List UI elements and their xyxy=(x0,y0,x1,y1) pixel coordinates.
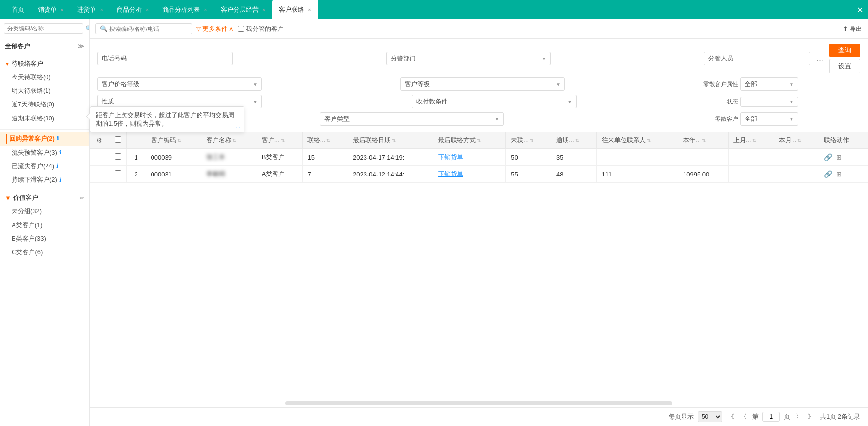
sidebar-item-repurchase-anomaly[interactable]: 回购异常客户(2) ℹ xyxy=(0,132,89,146)
row1-code[interactable]: 000039 xyxy=(146,149,201,166)
close-sales-order[interactable]: × xyxy=(61,0,63,19)
my-customers-checkbox[interactable] xyxy=(238,26,244,32)
value-customer-arrow: ▼ xyxy=(5,194,11,202)
close-customer-tier[interactable]: × xyxy=(262,0,265,19)
last-page-btn[interactable]: 》 xyxy=(806,411,816,422)
search-wrap: 🔍 xyxy=(95,23,192,34)
nav-purchase-order[interactable]: 进货单 × xyxy=(70,0,109,19)
horizontal-scrollbar[interactable] xyxy=(285,401,672,405)
col-type-header[interactable]: 客户...⇅ xyxy=(257,132,303,149)
col-name-header[interactable]: 客户名称⇅ xyxy=(201,132,257,149)
dept-field[interactable]: 分管部门 ▼ xyxy=(386,52,551,65)
close-customer-contact[interactable]: × xyxy=(308,0,311,19)
retail-customer-field[interactable]: 全部 ▼ xyxy=(740,112,798,126)
row1-action-grid-icon[interactable]: ⊞ xyxy=(836,153,842,161)
row1-last-method[interactable]: 下销货单 xyxy=(433,149,505,166)
staff-dots-btn[interactable]: ... xyxy=(814,54,825,64)
sidebar-item-class-b[interactable]: B类客户(33) xyxy=(0,232,89,246)
info-icon-repurchase[interactable]: ℹ xyxy=(57,135,59,142)
col-this-month-header[interactable]: 本月...⇅ xyxy=(774,132,819,149)
customer-type-field[interactable]: 客户类型 ▼ xyxy=(320,112,504,126)
sidebar-item-tomorrow[interactable]: 明天待联络(1) xyxy=(0,84,89,98)
row1-checkbox[interactable] xyxy=(109,149,126,166)
row2-checkbox[interactable] xyxy=(109,166,126,183)
sidebar-item-7days[interactable]: 近7天待联络(0) xyxy=(0,98,89,111)
sidebar-all-customers-label: 全部客户 xyxy=(5,42,30,51)
sidebar-search-input[interactable] xyxy=(4,23,83,34)
value-customer-edit[interactable]: ✏ xyxy=(80,195,84,201)
nav-product-analysis-list[interactable]: 商品分析列表 × xyxy=(155,0,213,19)
col-last-date-header[interactable]: 最后联络日期⇅ xyxy=(348,132,433,149)
col-settings[interactable]: ⚙ xyxy=(90,132,109,149)
value-customer-group-header[interactable]: ▼ 价值客户 ✏ xyxy=(0,191,89,205)
price-grade-field[interactable]: 客户价格等级 ▼ xyxy=(97,77,262,91)
row1-action-link-icon[interactable]: 🔗 xyxy=(824,153,832,161)
collapse-sidebar-btn[interactable]: ≫ xyxy=(78,43,84,50)
info-icon-churned[interactable]: ℹ xyxy=(56,162,58,170)
window-close-button[interactable]: ✕ xyxy=(857,5,863,15)
status-field[interactable]: ▼ xyxy=(740,97,798,107)
col-checkbox-header[interactable] xyxy=(109,132,126,149)
grade-field[interactable]: 客户等级 ▼ xyxy=(400,77,565,91)
col-this-year-header[interactable]: 本年...⇅ xyxy=(678,132,729,149)
nav-product-analysis[interactable]: 商品分析 × xyxy=(110,0,155,19)
info-icon-declining[interactable]: ℹ xyxy=(59,176,61,184)
info-icon-churn-warning[interactable]: ℹ xyxy=(59,149,61,156)
export-button[interactable]: ⬆ 导出 xyxy=(843,25,862,33)
query-button[interactable]: 查询 xyxy=(829,44,860,57)
payment-field[interactable]: 收付款条件 ▼ xyxy=(412,95,577,108)
page-number-input[interactable] xyxy=(762,412,780,422)
select-all-checkbox[interactable] xyxy=(115,136,121,143)
sidebar-item-class-a[interactable]: A类客户(1) xyxy=(0,219,89,232)
pending-contact-group-header[interactable]: ▼ 待联络客户 xyxy=(0,57,89,71)
nav-customer-tier[interactable]: 客户分层经营 × xyxy=(214,0,272,19)
row2-action-link-icon[interactable]: 🔗 xyxy=(824,170,832,178)
close-product-analysis[interactable]: × xyxy=(146,0,149,19)
close-product-analysis-list[interactable]: × xyxy=(204,0,207,19)
row1-last-method-link[interactable]: 下销货单 xyxy=(438,153,463,161)
nav-customer-contact[interactable]: 客户联络 × xyxy=(272,0,318,19)
row1-select-checkbox[interactable] xyxy=(115,153,121,160)
col-code-header[interactable]: 客户编码⇅ xyxy=(146,132,201,149)
customer-search-input[interactable] xyxy=(109,26,187,32)
sidebar-item-overdue[interactable]: 逾期未联络(30) xyxy=(0,112,89,125)
staff-field[interactable]: 分管人员 xyxy=(704,52,810,65)
col-last-method-header[interactable]: 最后联络方式⇅ xyxy=(433,132,505,149)
col-last-month-header[interactable]: 上月...⇅ xyxy=(728,132,774,149)
row2-last-method[interactable]: 下销货单 xyxy=(433,166,505,183)
nav-home[interactable]: 首页 xyxy=(5,0,31,19)
all-customers-header: 全部客户 ≫ xyxy=(0,38,89,55)
sidebar-item-ungroup[interactable]: 未分组(32) xyxy=(0,205,89,218)
col-overdue-header[interactable]: 逾期...⇅ xyxy=(551,132,596,149)
row2-action-buttons: 🔗 ⊞ xyxy=(824,170,863,178)
settings-button[interactable]: 设置 xyxy=(829,59,860,73)
row1-name[interactable]: 张三丰 xyxy=(201,149,257,166)
sidebar-item-class-c[interactable]: C类客户(6) xyxy=(0,246,89,259)
my-customers-checkbox-label[interactable]: 我分管的客户 xyxy=(238,25,284,33)
row2-last-method-link[interactable]: 下销货单 xyxy=(438,170,463,177)
row2-unread: 55 xyxy=(506,166,551,183)
row2-select-checkbox[interactable] xyxy=(115,170,121,176)
row2-code[interactable]: 000031 xyxy=(146,166,201,183)
page-label: 第 xyxy=(750,411,761,422)
retail-attr-field[interactable]: 全部 ▼ xyxy=(740,77,798,91)
sidebar-item-churned[interactable]: 已流失客户(24) ℹ xyxy=(0,160,89,173)
row2-action-grid-icon[interactable]: ⊞ xyxy=(836,170,842,178)
sidebar-item-today[interactable]: 今天待联络(0) xyxy=(0,71,89,84)
col-contacts-header[interactable]: 联络...⇅ xyxy=(303,132,348,149)
phone-field[interactable]: 电话号码 xyxy=(97,52,233,65)
row2-name[interactable]: 李晓明 xyxy=(201,166,257,183)
page-size-select[interactable]: 50 100 200 xyxy=(698,411,722,422)
next-page-btn[interactable]: 〉 xyxy=(794,411,804,422)
sidebar-item-churn-warning[interactable]: 流失预警客户(3) ℹ xyxy=(0,146,89,160)
sidebar-search-icon[interactable]: 🔍 xyxy=(85,25,90,32)
more-conditions-btn[interactable]: ▽ 更多条件 ∧ xyxy=(196,25,234,33)
col-past-contact-header[interactable]: 往来单位联系人⇅ xyxy=(596,132,678,149)
sidebar-item-declining[interactable]: 持续下滑客户(2) ℹ xyxy=(0,173,89,187)
first-page-btn[interactable]: 《 xyxy=(726,411,736,422)
prev-page-btn[interactable]: 〈 xyxy=(738,411,748,422)
tooltip-more-link[interactable]: ... xyxy=(236,123,240,129)
close-purchase-order[interactable]: × xyxy=(100,0,103,19)
nav-sales-order[interactable]: 销货单 × xyxy=(31,0,70,19)
col-unread-header[interactable]: 未联...⇅ xyxy=(506,132,551,149)
